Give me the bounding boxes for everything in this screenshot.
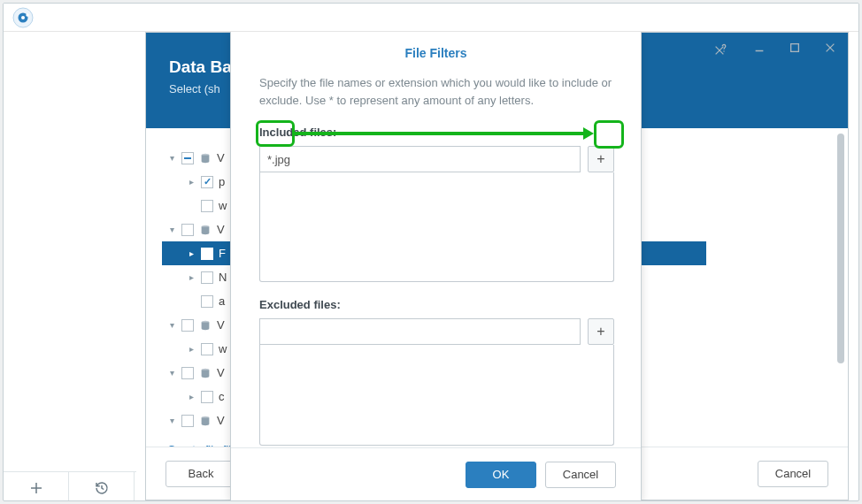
included-files-label: Included files: — [259, 126, 614, 139]
tree-twisty-icon[interactable]: ▾ — [167, 368, 176, 378]
modal-footer: OK Cancel — [231, 447, 641, 500]
tree-item-label: w — [219, 342, 227, 355]
history-button[interactable] — [69, 472, 135, 500]
tree-item-label: V — [217, 414, 225, 427]
volume-icon — [199, 224, 212, 236]
tree-item-label: a — [219, 294, 225, 308]
excluded-files-input[interactable] — [259, 318, 581, 345]
tree-scrollbar[interactable] — [837, 134, 844, 441]
app-icon — [9, 4, 37, 32]
tree-checkbox[interactable] — [181, 319, 194, 332]
tree-twisty-icon[interactable]: ▸ — [187, 272, 196, 282]
excluded-files-label: Excluded files: — [259, 298, 614, 311]
volume-icon — [199, 319, 212, 332]
included-add-button[interactable]: + — [588, 146, 614, 172]
tree-twisty-icon[interactable]: ▸ — [187, 392, 196, 401]
tree-checkbox[interactable] — [201, 391, 213, 403]
tree-twisty-icon[interactable]: ▸ — [187, 344, 196, 354]
tree-checkbox[interactable] — [181, 415, 194, 427]
file-filters-modal: File Filters Specify the file names or e… — [230, 32, 642, 500]
tree-checkbox[interactable] — [201, 176, 213, 188]
window-minimize-button[interactable] — [742, 33, 777, 63]
tree-twisty-icon[interactable]: ▾ — [167, 225, 176, 234]
back-button[interactable]: Back — [165, 461, 236, 487]
app-window: Data Ba Select (sh ▾V▸pw▾V▸F▸Na▾V▸w▾V▸c▾… — [3, 3, 859, 501]
tree-checkbox[interactable] — [201, 295, 213, 308]
modal-cancel-button[interactable]: Cancel — [545, 462, 616, 488]
tree-twisty-icon[interactable]: ▾ — [167, 416, 176, 425]
included-files-input[interactable] — [259, 146, 581, 172]
add-task-button[interactable] — [4, 472, 69, 500]
volume-icon — [199, 367, 212, 379]
tree-twisty-icon[interactable]: ▸ — [187, 177, 196, 187]
modal-description: Specify the file names or extension whic… — [259, 74, 614, 110]
dialog-close-button[interactable] — [702, 35, 737, 65]
tree-item-label: V — [217, 151, 225, 164]
tree-checkbox[interactable] — [181, 152, 194, 164]
tree-item-label: c — [219, 390, 225, 403]
titlebar — [4, 4, 858, 32]
volume-icon — [199, 152, 212, 164]
tree-twisty-icon[interactable]: ▾ — [167, 320, 176, 330]
window-close-button[interactable] — [812, 33, 848, 63]
modal-title: File Filters — [231, 32, 641, 74]
svg-point-2 — [21, 16, 25, 19]
tree-item-label: w — [219, 199, 227, 212]
tree-item-label: F — [219, 247, 226, 260]
excluded-files-list[interactable] — [259, 345, 614, 446]
included-files-list[interactable] — [259, 172, 614, 282]
tree-checkbox[interactable] — [201, 200, 213, 212]
tree-item-label: N — [219, 271, 227, 284]
tree-item-label: V — [217, 366, 225, 379]
window-maximize-button[interactable] — [777, 33, 812, 63]
svg-point-3 — [26, 13, 28, 16]
tree-item-label: p — [219, 175, 225, 188]
tree-item-label: V — [217, 223, 225, 236]
tree-twisty-icon[interactable]: ▸ — [187, 248, 196, 258]
svg-rect-6 — [791, 44, 799, 52]
tree-checkbox[interactable] — [201, 343, 213, 355]
tree-checkbox[interactable] — [181, 367, 194, 379]
tree-twisty-icon[interactable]: ▾ — [167, 153, 176, 163]
tree-checkbox[interactable] — [201, 271, 213, 284]
tree-checkbox[interactable] — [201, 248, 213, 260]
tree-checkbox[interactable] — [181, 224, 194, 236]
dialog-cancel-button[interactable]: Cancel — [758, 461, 828, 487]
tree-scrollbar-thumb[interactable] — [837, 134, 844, 363]
tree-item-label: V — [217, 318, 225, 332]
sidebar-dock — [4, 471, 136, 500]
excluded-add-button[interactable]: + — [588, 318, 614, 345]
volume-icon — [199, 415, 212, 427]
ok-button[interactable]: OK — [466, 462, 536, 488]
